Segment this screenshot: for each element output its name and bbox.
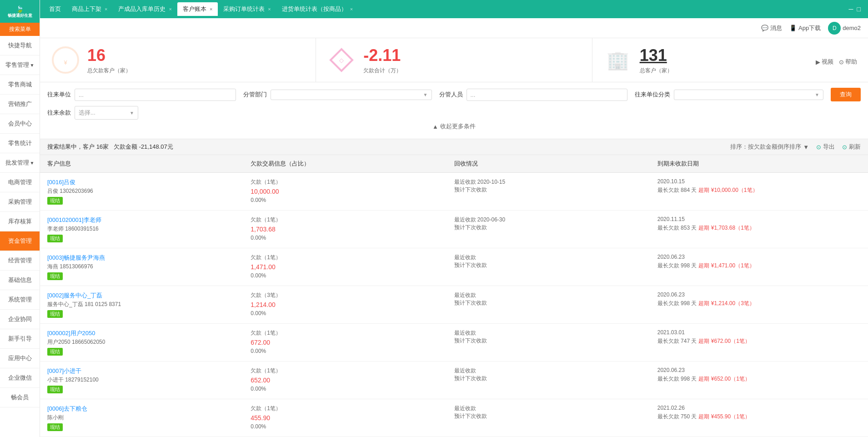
debt-amount: 1,471.00 [251,263,454,271]
customer-info-cell: [0001020001]李老师 李老师 18600391516 现结 [47,216,251,242]
sidebar-item-新手引导[interactable]: 新手引导 [0,329,40,349]
overdue-link[interactable]: 超期 ¥652.00（1笔） [698,375,750,383]
sidebar-item-零售商城[interactable]: 零售商城 [0,75,40,95]
video-help-button[interactable]: ▶ 视频 [816,58,833,66]
tab-product-status[interactable]: 商品上下架 × [66,2,113,16]
sidebar-item-应用中心[interactable]: 应用中心 [0,349,40,368]
sidebar-item-零售管理[interactable]: 零售管理▼ [0,55,40,75]
customer-name-link[interactable]: [0001020001]李老师 [47,216,101,223]
close-tab-icon[interactable]: × [105,6,107,12]
balance-select[interactable]: 选择... ▼ [75,106,138,120]
dept-select[interactable]: ▼ [271,90,432,100]
debt-amount: 672.00 [251,339,454,346]
sidebar-item-电商管理[interactable]: 电商管理 [0,173,40,192]
due-date: 2020.06.23 [657,367,861,373]
tab-purchase-stats[interactable]: 采购订单统计表 × [218,2,276,16]
global-header: 💬 消息 📱 App下载 D demo2 [40,18,868,38]
table-row: [0006]去下粮仓 陈小刚 现结 欠款（1笔） 455.90 0.00% 最近… [40,399,868,437]
overdue-link[interactable]: 超期 ¥455.90（1笔） [698,413,750,421]
sidebar-item-营销推广[interactable]: 营销推广 [0,95,40,114]
customer-phone: 吕俊 13026203696 [47,187,251,195]
table-header: 客户信息 欠款交易信息（占比） 回收情况 到期未收款日期 [40,155,868,173]
sidebar-item-畅会员[interactable]: 畅会员 [0,388,40,407]
sidebar-item-企业微信[interactable]: 企业微信 [0,368,40,388]
customer-name-link[interactable]: [0002]服务中心_丁磊 [47,292,102,299]
export-icon: ⊙ [816,144,821,151]
tab-customer-ledger[interactable]: 客户账本 × [177,2,218,16]
sidebar-nav: 快捷导航零售管理▼零售商城营销推广会员中心零售统计批发管理▼电商管理采购管理库存… [0,36,40,437]
help-button[interactable]: ⊙ 帮助 [839,58,857,66]
stat-info-debt-total: -2.11 欠款合计（万） [363,46,401,75]
table-row: [0003]畅捷服务尹海燕 海燕 18513066976 现结 欠款（1笔） 1… [40,248,868,286]
payback-cell: 最近收款 预计下次收款 [454,291,657,307]
close-tab-icon[interactable]: × [210,6,212,12]
sidebar-item-会员中心[interactable]: 会员中心 [0,114,40,134]
debt-percent: 0.00% [251,310,454,316]
unit-category-select[interactable]: ▼ [674,90,823,100]
customer-name-link[interactable]: [0003]畅捷服务尹海燕 [47,254,105,261]
person-input[interactable]: ... [467,89,628,101]
tab-home[interactable]: 首页 [44,2,66,16]
sidebar-item-资金管理[interactable]: 资金管理 [0,231,40,251]
expand-icon: ▼ [30,63,35,68]
payback-cell: 最近收款 2020-06-30 预计下次收款 [454,216,657,231]
export-button[interactable]: ⊙ 导出 [816,143,835,151]
collapse-filter-button[interactable]: ▲ 收起更多条件 [47,120,861,133]
due-date: 2020.11.15 [657,216,861,222]
sidebar-item-采购管理[interactable]: 采购管理 [0,192,40,212]
refresh-button[interactable]: ⊙ 刷新 [842,143,861,151]
app-download-button[interactable]: 📱 App下载 [789,24,821,32]
next-payment: 预计下次收款 [454,261,657,269]
debt-amount: 1,214.00 [251,301,454,308]
chevron-down-icon: ▼ [130,111,134,116]
table-body: [0016]吕俊 吕俊 13026203696 现结 欠款（1笔） 10,000… [40,173,868,437]
query-button[interactable]: 查询 [831,88,861,101]
overdue-link[interactable]: 超期 ¥1,214.00（3笔） [698,300,754,307]
window-controls: ─ □ [849,5,864,13]
sidebar-item-批发管理[interactable]: 批发管理▼ [0,153,40,173]
overdue-link[interactable]: 超期 ¥1,703.68（1笔） [698,224,754,232]
sidebar-item-快捷导航[interactable]: 快捷导航 [0,36,40,55]
sort-selector[interactable]: 排序：按欠款金额倒序排序 ▼ [730,143,809,151]
sidebar-item-库存核算[interactable]: 库存核算 [0,212,40,231]
filter-dept: 分管部门 ▼ [243,90,432,100]
sidebar-item-零售统计[interactable]: 零售统计 [0,134,40,153]
message-button[interactable]: 💬 消息 [761,24,782,32]
next-payment: 预计下次收款 [454,337,657,345]
sidebar-item-企业协同[interactable]: 企业协同 [0,310,40,329]
chevron-down-icon: ▼ [815,92,819,97]
overdue-link[interactable]: 超期 ¥672.00（1笔） [698,337,750,345]
customer-info-cell: [0006]去下粮仓 陈小刚 现结 [47,405,251,431]
main-content: 首页 商品上下架 × 产成品入库单历史 × 客户账本 × 采购订单统计表 × 进… [40,0,868,437]
customer-phone: 用户2050 18665062050 [47,338,251,346]
user-menu[interactable]: D demo2 [828,22,861,35]
sidebar-item-经营管理[interactable]: 经营管理 [0,251,40,271]
sidebar-item-系统管理[interactable]: 系统管理 [0,290,40,310]
minimize-button[interactable]: ─ [849,5,853,13]
table-row: [0002]服务中心_丁磊 服务中心_丁磊 181 0125 8371 现结 欠… [40,286,868,324]
tab-goods-stats[interactable]: 进货单统计表（按商品） × [276,2,358,16]
maximize-button[interactable]: □ [857,5,861,13]
refresh-icon: ⊙ [842,144,847,151]
stats-row: ¥ 16 总欠款客户（家） ◇ -2.11 欠款合计（万） [40,38,868,82]
header-customer-info: 客户信息 [47,160,251,168]
close-tab-icon[interactable]: × [169,6,171,12]
debt-count: 欠款（1笔） [251,254,454,261]
debt-amount: 10,000.00 [251,188,454,195]
customer-name-link[interactable]: [0016]吕俊 [47,179,75,186]
source-unit-input[interactable]: ... [75,89,236,101]
page-layout: 💬 消息 📱 App下载 D demo2 ¥ [40,18,868,437]
overdue-link[interactable]: 超期 ¥1,471.00（1笔） [698,262,754,270]
overdue-link[interactable]: 超期 ¥10,000.00（1笔） [698,186,758,194]
close-tab-icon[interactable]: × [268,6,271,12]
close-tab-icon[interactable]: × [350,6,353,12]
sidebar-item-基础信息[interactable]: 基础信息 [0,271,40,290]
customer-info-cell: [000002]用户2050 用户2050 18665062050 现结 [47,329,251,356]
search-menu-item[interactable]: 搜索菜单 [0,23,40,36]
tab-inventory-history[interactable]: 产成品入库单历史 × [113,2,177,16]
debt-info-cell: 欠款（1笔） 672.00 0.00% [251,329,454,354]
customer-name-link[interactable]: [0006]去下粮仓 [47,405,87,412]
customer-name-link[interactable]: [000002]用户2050 [47,330,95,337]
customer-name-link[interactable]: [0007]小进干 [47,367,81,374]
debt-percent: 0.00% [251,386,454,392]
